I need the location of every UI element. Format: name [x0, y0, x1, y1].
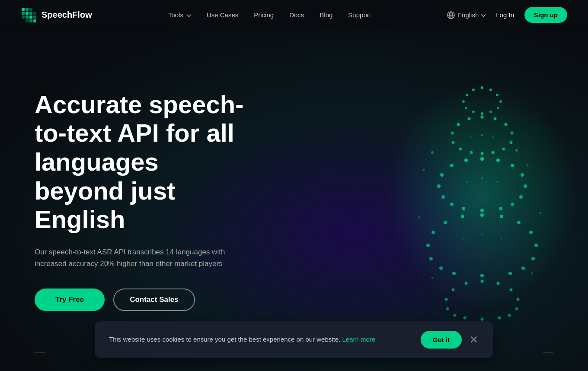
cookie-text: This website uses cookies to ensure you … — [109, 335, 375, 345]
svg-point-68 — [508, 272, 512, 275]
svg-point-99 — [481, 134, 483, 136]
svg-point-90 — [465, 282, 468, 285]
svg-rect-12 — [29, 19, 32, 22]
try-free-button[interactable]: Try Free — [35, 289, 105, 311]
navbar: SpeechFlow Tools Use Cases Pricing Docs … — [0, 0, 588, 30]
svg-point-36 — [502, 147, 505, 150]
svg-point-74 — [431, 231, 435, 234]
close-cookie-button[interactable] — [469, 334, 479, 346]
hero-subtitle: Our speech-to-text ASR API transcribes 1… — [35, 246, 251, 270]
svg-point-31 — [481, 115, 484, 118]
svg-point-35 — [510, 141, 513, 144]
learn-more-link[interactable]: Learn more — [342, 336, 375, 343]
svg-rect-10 — [33, 16, 36, 19]
language-selector[interactable]: English — [447, 11, 486, 19]
svg-point-97 — [531, 272, 533, 274]
svg-point-27 — [465, 107, 467, 109]
svg-point-71 — [439, 266, 443, 270]
svg-point-65 — [534, 244, 538, 247]
chevron-down-icon — [186, 12, 191, 17]
language-chevron-icon — [481, 12, 486, 17]
contact-sales-button[interactable]: Contact Sales — [113, 289, 195, 311]
svg-point-82 — [508, 314, 511, 317]
svg-point-59 — [450, 164, 454, 167]
svg-point-53 — [480, 209, 484, 212]
svg-point-77 — [481, 279, 484, 282]
svg-point-42 — [451, 131, 454, 134]
svg-point-28 — [462, 100, 465, 103]
svg-point-95 — [540, 212, 542, 214]
svg-point-63 — [517, 221, 521, 224]
svg-point-91 — [515, 149, 518, 152]
hero-section: Accurate speech-to-text API for all lang… — [0, 30, 588, 371]
svg-point-51 — [511, 203, 514, 206]
svg-point-24 — [489, 111, 492, 113]
svg-point-25 — [481, 112, 483, 115]
svg-point-47 — [511, 164, 514, 167]
svg-point-92 — [527, 164, 529, 166]
svg-point-55 — [450, 203, 454, 206]
svg-point-52 — [499, 207, 502, 210]
svg-point-29 — [466, 94, 468, 96]
login-button[interactable]: Log In — [496, 11, 514, 19]
svg-point-22 — [499, 100, 502, 103]
svg-point-33 — [505, 123, 508, 126]
svg-rect-13 — [33, 19, 36, 22]
svg-point-56 — [441, 195, 445, 199]
svg-rect-4 — [26, 12, 29, 15]
svg-point-26 — [472, 111, 475, 113]
svg-point-101 — [470, 136, 472, 138]
svg-point-38 — [481, 152, 484, 155]
signup-button[interactable]: Sign up — [524, 7, 567, 23]
svg-point-85 — [463, 316, 467, 319]
svg-point-93 — [431, 151, 434, 154]
svg-point-43 — [457, 123, 460, 126]
nav-blog[interactable]: Blog — [320, 11, 332, 19]
svg-point-41 — [452, 141, 455, 144]
close-icon — [470, 336, 477, 343]
cookie-actions: Got it — [421, 331, 479, 349]
svg-point-73 — [426, 244, 430, 247]
svg-point-75 — [444, 221, 447, 224]
svg-rect-11 — [26, 19, 29, 22]
nav-use-cases[interactable]: Use Cases — [207, 11, 238, 19]
svg-point-46 — [496, 159, 500, 162]
svg-rect-1 — [26, 8, 29, 11]
svg-point-72 — [429, 257, 433, 260]
hero-content: Accurate speech-to-text API for all lang… — [0, 56, 285, 346]
logo-icon — [21, 7, 37, 23]
svg-point-107 — [462, 238, 463, 240]
svg-rect-6 — [33, 12, 36, 15]
logo-link[interactable]: SpeechFlow — [21, 7, 92, 23]
svg-point-94 — [423, 168, 425, 171]
svg-point-78 — [497, 282, 500, 285]
globe-icon — [447, 11, 455, 19]
nav-docs[interactable]: Docs — [289, 11, 304, 19]
svg-point-105 — [481, 233, 483, 235]
nav-support[interactable]: Support — [348, 11, 371, 19]
svg-point-80 — [517, 298, 520, 301]
cookie-banner: This website uses cookies to ensure you … — [95, 321, 493, 358]
hero-title: Accurate speech-to-text API for all lang… — [35, 90, 251, 234]
svg-point-102 — [481, 177, 483, 179]
svg-point-70 — [452, 272, 456, 275]
spiral-dots-illustration — [363, 66, 588, 325]
hero-buttons: Try Free Contact Sales — [35, 289, 251, 311]
svg-point-76 — [461, 215, 464, 218]
svg-rect-5 — [29, 12, 32, 15]
scroll-right-indicator: — — [543, 346, 553, 358]
svg-point-21 — [496, 94, 499, 96]
svg-rect-3 — [22, 12, 25, 15]
nav-pricing[interactable]: Pricing — [254, 11, 274, 19]
svg-point-48 — [521, 173, 524, 177]
nav-tools[interactable]: Tools — [168, 11, 191, 19]
svg-point-19 — [481, 86, 483, 89]
svg-point-106 — [501, 238, 502, 240]
got-it-button[interactable]: Got it — [421, 331, 462, 349]
svg-point-32 — [494, 117, 497, 120]
svg-point-62 — [500, 215, 503, 218]
svg-point-98 — [431, 276, 434, 279]
svg-point-69 — [480, 274, 484, 277]
svg-rect-0 — [22, 8, 25, 11]
svg-point-34 — [511, 131, 514, 134]
